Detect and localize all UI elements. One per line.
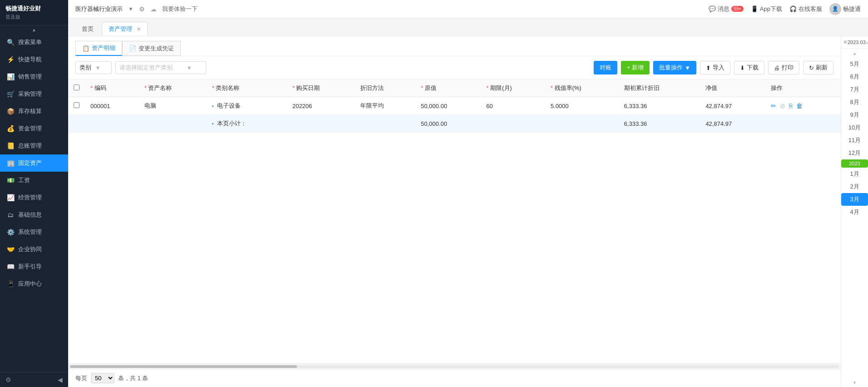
sub-tab-list[interactable]: 📋 资产明细 — [75, 41, 122, 56]
total-label: 条，共 1 条 — [118, 374, 148, 382]
reconcile-button[interactable]: 对账 — [594, 61, 617, 74]
right-panel-scroll-up[interactable]: ▲ — [841, 49, 868, 58]
sidebar-item-system[interactable]: ⚙️系统管理 — [0, 223, 68, 241]
list-tab-icon: 📋 — [82, 45, 89, 52]
collapse-icon[interactable]: ◀ — [58, 376, 63, 383]
sidebar-item-quicknav[interactable]: ⚡快捷导航 — [0, 51, 68, 68]
sidebar-item-operations[interactable]: 📈经营管理 — [0, 189, 68, 206]
date-section: 5月6月7月8月9月10月11月12月20231月2月3月4月 — [841, 58, 868, 378]
delete-icon[interactable]: 🗑 — [796, 102, 803, 109]
sidebar-item-label-search: 搜索菜单 — [18, 38, 42, 46]
logo-subtitle: 普及版 — [5, 14, 63, 20]
download-button[interactable]: ⬇ 下载 — [734, 61, 764, 74]
sidebar-item-label-funds: 资金管理 — [18, 124, 42, 133]
salary-icon: 💵 — [6, 177, 15, 184]
notification-button[interactable]: 💬 消息 99+ — [709, 5, 744, 13]
app-icon: 📱 — [6, 280, 15, 288]
sidebar-item-enterprise[interactable]: 🤝企业协同 — [0, 241, 68, 258]
tab-home[interactable]: 首页 — [75, 22, 100, 36]
select-all-checkbox[interactable] — [74, 84, 79, 90]
subtotal-label: 本页小计： — [217, 120, 247, 127]
list-tab-label: 资产明细 — [92, 44, 115, 52]
sidebar-item-label-fixed: 固定资产 — [18, 159, 42, 167]
sidebar-item-label-operations: 经营管理 — [18, 194, 42, 202]
year-badge[interactable]: 2023 — [841, 159, 868, 168]
batch-button[interactable]: 批量操作 ▼ — [653, 61, 696, 74]
voucher-tab-icon: 📄 — [129, 45, 136, 52]
app-download-button[interactable]: 📱 App下载 — [751, 5, 782, 13]
date-month-prev[interactable]: 7月 — [841, 83, 868, 96]
tab-asset[interactable]: 资产管理 ✕ — [102, 22, 148, 36]
tab-asset-label: 资产管理 — [109, 25, 132, 32]
sidebar-item-guide[interactable]: 📖新手引导 — [0, 258, 68, 275]
sidebar-item-sales[interactable]: 📊销售管理 — [0, 68, 68, 85]
sidebar-menu: 🔍搜索菜单⚡快捷导航📊销售管理🛒采购管理📦库存核算💰资金管理📒总账管理🏢固定资产… — [0, 34, 68, 372]
cell-period: 60 — [481, 97, 545, 115]
print-button[interactable]: 🖨 打印 — [768, 61, 799, 74]
sidebar-item-ledger[interactable]: 📒总账管理 — [0, 137, 68, 154]
sidebar-scroll-up-icon[interactable]: ▲ — [32, 27, 36, 32]
sidebar-item-label-inventory: 库存核算 — [18, 107, 42, 115]
subtotal-row: ▪ 本页小计： 50,000.00 6,333.36 42,874.97 — [68, 115, 841, 133]
sidebar-item-purchase[interactable]: 🛒采购管理 — [0, 85, 68, 103]
col-residual-rate: * 残值率(%) — [545, 79, 619, 97]
new-button[interactable]: + 新增 — [621, 61, 650, 74]
sidebar-item-app[interactable]: 📱应用中心 — [0, 275, 68, 293]
table-container: * 编码 * 资产名称 * 类别名称 * 购买日期 折旧方法 * 原值 * 期限… — [68, 79, 841, 363]
date-month-prev[interactable]: 12月 — [841, 147, 868, 159]
sidebar-item-search[interactable]: 🔍搜索菜单 — [0, 34, 68, 51]
tab-close-icon[interactable]: ✕ — [137, 26, 141, 32]
category-filter[interactable]: 类别 ▼ — [75, 61, 112, 74]
sidebar-item-fixed[interactable]: 🏢固定资产 — [0, 154, 68, 172]
topbar-dropdown-icon[interactable]: ▼ — [128, 6, 134, 12]
date-month-prev[interactable]: 5月 — [841, 58, 868, 70]
category-value-filter[interactable]: 请选择固定资产类别 ▼ — [115, 61, 206, 74]
table-row: 000001 电脑 ▪ 电子设备 202206 年限平均 50,000.00 6… — [68, 97, 841, 115]
copy-icon[interactable]: ⎘ — [789, 102, 793, 109]
pagination: 每页 50 100 200 条，共 1 条 — [68, 369, 841, 387]
horizontal-scrollbar[interactable] — [68, 363, 841, 369]
print-icon: 🖨 — [774, 64, 780, 71]
sub-tabs: 📋 资产明细 📄 变更生成凭证 — [75, 41, 833, 56]
settings-icon[interactable]: ⚙ — [5, 376, 11, 383]
sidebar-item-funds[interactable]: 💰资金管理 — [0, 120, 68, 137]
disable-icon[interactable]: ⊘ — [780, 102, 785, 109]
sidebar-item-basic[interactable]: 🗂基础信息 — [0, 206, 68, 223]
col-code: * 编码 — [85, 79, 139, 97]
date-month-current[interactable]: 4月 — [841, 206, 868, 218]
guide-icon: 📖 — [6, 263, 15, 270]
date-month-current[interactable]: 3月 — [841, 193, 868, 206]
right-panel-close-icon[interactable]: ✕ — [843, 39, 848, 45]
enterprise-icon: 🤝 — [6, 246, 15, 253]
refresh-button[interactable]: ↻ 刷新 — [803, 61, 833, 74]
left-panel: 📋 资产明细 📄 变更生成凭证 类别 ▼ 请选择固定资 — [68, 36, 841, 387]
right-panel-expand-icon[interactable]: ⤢ — [866, 39, 868, 45]
topbar-demo-label[interactable]: 我要体验一下 — [162, 5, 198, 13]
date-month-prev[interactable]: 11月 — [841, 134, 868, 147]
support-button[interactable]: 🎧 在线客服 — [789, 5, 822, 13]
date-month-prev[interactable]: 6月 — [841, 70, 868, 83]
batch-arrow-icon: ▼ — [684, 64, 690, 71]
cell-name: 电脑 — [139, 97, 207, 115]
scrollbar-thumb[interactable] — [70, 365, 297, 368]
date-month-current[interactable]: 1月 — [841, 168, 868, 180]
date-month-prev[interactable]: 10月 — [841, 121, 868, 134]
logo-title: 畅捷通好业财 — [5, 5, 63, 13]
user-menu[interactable]: 👤 畅捷通 — [829, 3, 861, 15]
import-button[interactable]: ⬆ 导入 — [700, 61, 730, 74]
sub-tab-voucher[interactable]: 📄 变更生成凭证 — [122, 41, 181, 56]
row-checkbox[interactable] — [74, 102, 79, 108]
per-page-select[interactable]: 50 100 200 — [91, 373, 114, 383]
topbar-gear-icon[interactable]: ⚙ — [139, 5, 145, 13]
date-month-current[interactable]: 2月 — [841, 180, 868, 193]
page-content: 📋 资产明细 📄 变更生成凭证 类别 ▼ 请选择固定资 — [68, 36, 868, 387]
date-month-prev[interactable]: 8月 — [841, 96, 868, 109]
edit-icon[interactable]: ✏ — [771, 102, 776, 109]
sidebar-item-inventory[interactable]: 📦库存核算 — [0, 103, 68, 120]
col-original-value: * 原值 — [416, 79, 481, 97]
right-panel-scroll-down[interactable]: ▼ — [841, 378, 868, 387]
sidebar-item-salary[interactable]: 💵工资 — [0, 172, 68, 189]
subtotal-initial-depreciation: 6,333.36 — [619, 115, 700, 133]
topbar-title: 医疗器械行业演示 — [75, 5, 123, 13]
date-month-prev[interactable]: 9月 — [841, 109, 868, 121]
